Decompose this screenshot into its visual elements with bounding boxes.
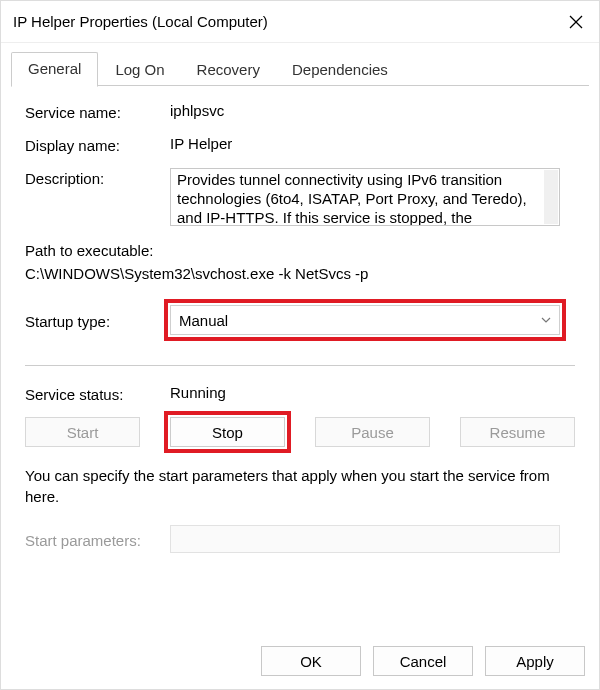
- label-startup-type: Startup type:: [25, 311, 170, 330]
- window-title: IP Helper Properties (Local Computer): [13, 13, 553, 30]
- description-text: Provides tunnel connectivity using IPv6 …: [177, 171, 527, 226]
- ok-button[interactable]: OK: [261, 646, 361, 676]
- start-button: Start: [25, 417, 140, 447]
- stop-button[interactable]: Stop: [170, 417, 285, 447]
- description-textbox[interactable]: Provides tunnel connectivity using IPv6 …: [170, 168, 560, 226]
- value-service-status: Running: [170, 384, 575, 401]
- titlebar: IP Helper Properties (Local Computer): [1, 1, 599, 43]
- resume-button: Resume: [460, 417, 575, 447]
- label-service-name: Service name:: [25, 102, 170, 121]
- tab-recovery[interactable]: Recovery: [182, 54, 275, 86]
- label-description: Description:: [25, 168, 170, 187]
- properties-dialog: IP Helper Properties (Local Computer) Ge…: [0, 0, 600, 690]
- value-service-name: iphlpsvc: [170, 102, 575, 119]
- label-service-status: Service status:: [25, 384, 170, 403]
- close-icon: [569, 15, 583, 29]
- label-display-name: Display name:: [25, 135, 170, 154]
- startup-type-value: Manual: [179, 312, 228, 329]
- label-path: Path to executable:: [25, 240, 575, 263]
- chevron-down-icon: [541, 315, 551, 325]
- dialog-button-bar: OK Cancel Apply: [1, 633, 599, 689]
- close-button[interactable]: [553, 1, 599, 43]
- startup-type-dropdown[interactable]: Manual: [170, 305, 560, 335]
- tab-logon[interactable]: Log On: [100, 54, 179, 86]
- value-path: C:\WINDOWS\System32\svchost.exe -k NetSv…: [25, 263, 575, 286]
- pause-button: Pause: [315, 417, 430, 447]
- value-display-name: IP Helper: [170, 135, 575, 152]
- tab-general[interactable]: General: [11, 52, 98, 87]
- label-start-parameters: Start parameters:: [25, 530, 170, 549]
- tab-strip: General Log On Recovery Dependencies: [1, 43, 599, 86]
- tab-body-general: Service name: iphlpsvc Display name: IP …: [1, 86, 599, 633]
- start-parameters-input: [170, 525, 560, 553]
- apply-button[interactable]: Apply: [485, 646, 585, 676]
- cancel-button[interactable]: Cancel: [373, 646, 473, 676]
- start-params-note: You can specify the start parameters tha…: [25, 465, 575, 507]
- divider: [25, 365, 575, 366]
- tab-dependencies[interactable]: Dependencies: [277, 54, 403, 86]
